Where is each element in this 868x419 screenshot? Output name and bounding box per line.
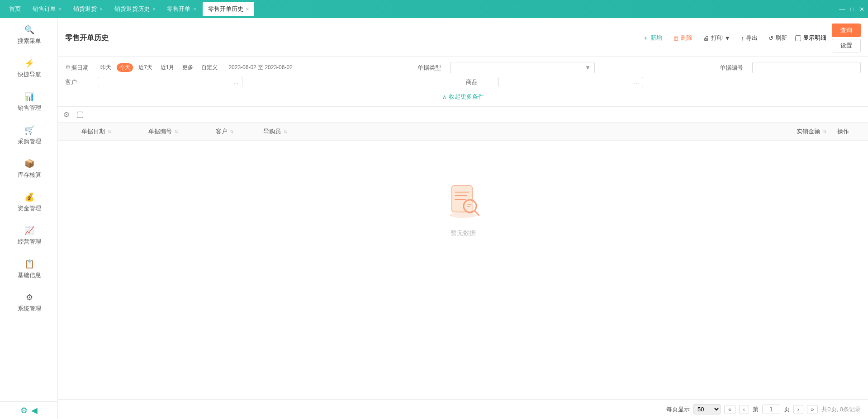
th-checkbox — [58, 123, 76, 141]
no-filter-label: 单据编号 — [720, 64, 747, 72]
minimize-btn[interactable]: — — [839, 6, 845, 13]
sidebar-settings-icon[interactable]: ⚙ — [20, 405, 28, 415]
sidebar-item-operation[interactable]: 📈 经营管理 — [0, 219, 57, 252]
customer-select[interactable]: ... — [98, 77, 242, 87]
filter-row-2: 客户 ... 商品 ... — [65, 77, 861, 87]
collapse-row[interactable]: ∧ 收起更多条件 — [65, 91, 861, 101]
th-customer-sort[interactable]: ⇅ — [230, 129, 233, 134]
per-page-select[interactable]: 50 10 20 100 — [693, 404, 721, 414]
customer-dots[interactable]: ... — [233, 79, 238, 85]
sales-mgmt-icon: 📊 — [24, 91, 35, 102]
th-date-sort[interactable]: ⇅ — [108, 129, 111, 134]
close-btn[interactable]: ✕ — [859, 6, 864, 13]
tab-retail-open-history[interactable]: 零售开单历史 × — [203, 2, 254, 16]
filter-row-1: 单据日期 昨天 今天 近7天 近1月 更多 自定义 2023-06-02 至 2… — [65, 62, 861, 73]
sidebar-item-quick-nav[interactable]: ⚡ 快捷导航 — [0, 52, 57, 85]
tab-retail-open-history-label: 零售开单历史 — [208, 5, 243, 13]
empty-state: 暂无数据 — [58, 141, 868, 273]
tab-sales-order-close[interactable]: × — [59, 6, 62, 12]
sidebar-item-sys-mgmt[interactable]: ⚙ 系统管理 — [0, 286, 57, 319]
th-date[interactable]: 单据日期 ⇅ — [76, 123, 143, 141]
date-custom[interactable]: 自定义 — [199, 63, 220, 72]
no-filter-input[interactable] — [752, 62, 861, 73]
sidebar-item-base-info[interactable]: 📋 基础信息 — [0, 252, 57, 286]
delete-button[interactable]: 🗑 删除 — [670, 32, 695, 44]
print-button[interactable]: 🖨 打印 ▼ — [701, 32, 733, 44]
sidebar-item-search[interactable]: 🔍 搜索采单 — [0, 18, 57, 52]
empty-illustration — [441, 177, 486, 222]
th-no-sort[interactable]: ⇅ — [175, 129, 178, 134]
th-amount[interactable]: 实销金额 ⇅ — [765, 123, 832, 141]
restore-btn[interactable]: □ — [850, 6, 854, 13]
svg-point-7 — [465, 202, 474, 211]
date-range-display: 2023-06-02 至 2023-06-02 — [228, 64, 292, 71]
tab-sales-return[interactable]: 销货退货 × — [68, 2, 108, 16]
tab-retail-open-history-close[interactable]: × — [246, 6, 249, 12]
tab-retail-open-close[interactable]: × — [193, 6, 196, 12]
page-label: 第 — [753, 405, 759, 414]
data-table: 单据日期 ⇅ 单据编号 ⇅ 客户 ⇅ 导购员 ⇅ — [58, 123, 868, 141]
svg-point-0 — [450, 212, 477, 218]
type-select[interactable]: ▼ — [450, 62, 595, 73]
table-settings-icon[interactable]: ⚙ — [63, 110, 70, 119]
type-dropdown-icon: ▼ — [585, 64, 591, 71]
th-salesperson[interactable]: 导购员 ⇅ — [258, 123, 315, 141]
page-first-btn[interactable]: « — [724, 405, 735, 414]
sidebar-item-sys-mgmt-label: 系统管理 — [18, 305, 41, 313]
sidebar-item-base-info-label: 基础信息 — [18, 271, 41, 279]
tab-home[interactable]: 首页 — [4, 2, 26, 16]
goods-select[interactable]: ... — [498, 77, 643, 87]
filter-area: 单据日期 昨天 今天 近7天 近1月 更多 自定义 2023-06-02 至 2… — [58, 56, 868, 107]
delete-label: 删除 — [681, 34, 693, 42]
print-icon: 🖨 — [703, 35, 709, 42]
add-icon: ＋ — [643, 34, 649, 42]
th-salesperson-label: 导购员 — [263, 128, 281, 135]
tab-sales-return-close[interactable]: × — [100, 6, 102, 12]
table-wrapper: ⚙ 单据日期 ⇅ 单据编号 ⇅ — [58, 107, 868, 399]
page-prev-btn[interactable]: ‹ — [739, 405, 749, 414]
sidebar-item-sales-mgmt[interactable]: 📊 销售管理 — [0, 85, 57, 118]
th-no-label: 单据编号 — [148, 128, 172, 135]
delete-icon: 🗑 — [673, 35, 679, 42]
date-last7[interactable]: 近7天 — [136, 63, 155, 72]
date-today[interactable]: 今天 — [117, 63, 133, 72]
tab-sales-order[interactable]: 销售订单 × — [27, 2, 67, 16]
tab-sales-return-history-close[interactable]: × — [152, 6, 155, 12]
date-last1m[interactable]: 近1月 — [158, 63, 177, 72]
per-page-label: 每页显示 — [666, 405, 690, 414]
sidebar-item-purchase-mgmt[interactable]: 🛒 采购管理 — [0, 118, 57, 152]
page-input[interactable] — [762, 405, 780, 414]
goods-dots[interactable]: ... — [634, 79, 639, 85]
date-more[interactable]: 更多 — [180, 63, 196, 72]
display-detail-checkbox[interactable] — [795, 35, 801, 41]
date-yesterday[interactable]: 昨天 — [98, 63, 114, 72]
select-all-checkbox[interactable] — [77, 112, 83, 118]
th-no[interactable]: 单据编号 ⇅ — [143, 123, 210, 141]
export-label: 导出 — [746, 34, 758, 42]
display-detail-toggle[interactable]: 显示明细 — [795, 34, 826, 42]
sidebar-item-inventory[interactable]: 📦 库存核算 — [0, 152, 57, 185]
window-controls: — □ ✕ — [839, 6, 864, 13]
query-button[interactable]: 查询 — [832, 24, 861, 37]
th-amount-sort[interactable]: ⇅ — [823, 129, 826, 134]
setting-button[interactable]: 设置 — [832, 39, 861, 52]
page-last-btn[interactable]: » — [807, 405, 818, 414]
th-salesperson-sort[interactable]: ⇅ — [284, 129, 287, 134]
export-button[interactable]: ↑ 导出 — [739, 32, 761, 44]
add-button[interactable]: ＋ 新增 — [640, 32, 665, 44]
base-info-icon: 📋 — [24, 259, 35, 269]
th-amount-label: 实销金额 — [797, 128, 820, 135]
sidebar-item-finance[interactable]: 💰 资金管理 — [0, 185, 57, 219]
table-header-row: 单据日期 ⇅ 单据编号 ⇅ 客户 ⇅ 导购员 ⇅ — [58, 123, 868, 141]
page-next-btn[interactable]: › — [793, 405, 803, 414]
tab-home-label: 首页 — [9, 5, 21, 13]
pagination-bar: 每页显示 50 10 20 100 « ‹ 第 页 › » 共0页, 0条记录 — [58, 399, 868, 419]
tab-sales-return-history[interactable]: 销货退货历史 × — [109, 2, 161, 16]
refresh-label: 刷新 — [775, 34, 787, 42]
tab-retail-open[interactable]: 零售开单 × — [161, 2, 201, 16]
tab-sales-return-label: 销货退货 — [73, 5, 97, 13]
page-header: 零售开单历史 ＋ 新增 🗑 删除 🖨 打印 ▼ ↑ 导出 — [58, 18, 868, 56]
sidebar-collapse-icon[interactable]: ◀ — [31, 405, 38, 415]
refresh-button[interactable]: ↺ 刷新 — [766, 32, 790, 44]
th-customer[interactable]: 客户 ⇅ — [210, 123, 258, 141]
